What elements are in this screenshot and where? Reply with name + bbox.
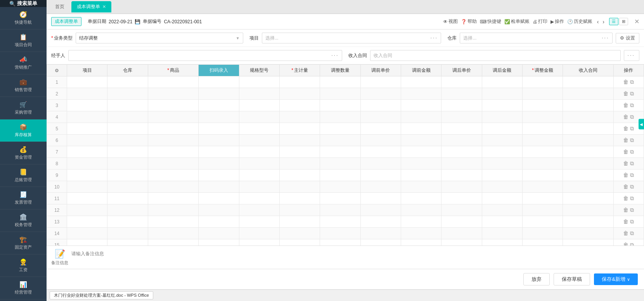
data-cell[interactable]: [239, 111, 279, 123]
data-cell[interactable]: [441, 170, 482, 181]
data-cell[interactable]: [441, 181, 482, 193]
taskbar-wps-item[interactable]: 木门行业好业财处理方案-墓红红.doc - WPS Office: [50, 291, 153, 299]
delete-icon[interactable]: 🗑: [623, 230, 628, 237]
data-cell[interactable]: [67, 123, 107, 135]
data-cell[interactable]: [320, 181, 360, 193]
data-cell[interactable]: [148, 100, 198, 111]
sidebar-item-ops-mgmt[interactable]: 📊 经营管理: [0, 277, 47, 299]
data-cell[interactable]: [148, 111, 198, 123]
tab-cost-adjust[interactable]: 成本调整单 ✕: [71, 1, 111, 12]
data-cell[interactable]: [199, 123, 239, 135]
data-cell[interactable]: [279, 216, 320, 228]
data-cell[interactable]: [441, 123, 482, 135]
data-cell[interactable]: [522, 123, 563, 135]
data-cell[interactable]: [360, 204, 401, 216]
data-cell[interactable]: [482, 228, 522, 239]
data-cell[interactable]: [563, 181, 613, 193]
data-cell[interactable]: [441, 228, 482, 239]
notes-input[interactable]: [71, 249, 639, 265]
delete-icon[interactable]: 🗑: [623, 125, 628, 132]
data-cell[interactable]: [199, 76, 239, 88]
data-cell[interactable]: [148, 204, 198, 216]
data-cell[interactable]: [360, 193, 401, 204]
data-cell[interactable]: [148, 193, 198, 204]
data-cell[interactable]: [239, 193, 279, 204]
data-cell[interactable]: [522, 228, 563, 239]
data-cell[interactable]: [67, 216, 107, 228]
data-cell[interactable]: [401, 100, 441, 111]
action-shortcuts[interactable]: ⌨ 快捷键: [480, 18, 501, 25]
data-cell[interactable]: [563, 158, 613, 170]
data-cell[interactable]: [279, 239, 320, 246]
data-cell[interactable]: [482, 88, 522, 100]
data-cell[interactable]: [522, 88, 563, 100]
data-cell[interactable]: [239, 100, 279, 111]
data-cell[interactable]: [320, 158, 360, 170]
data-cell[interactable]: [107, 170, 148, 181]
data-cell[interactable]: [563, 88, 613, 100]
delete-icon[interactable]: 🗑: [623, 242, 628, 246]
data-cell[interactable]: [482, 239, 522, 246]
data-cell[interactable]: [360, 158, 401, 170]
data-cell[interactable]: [401, 158, 441, 170]
data-cell[interactable]: [67, 76, 107, 88]
delete-icon[interactable]: 🗑: [623, 218, 628, 225]
sidebar-item-payroll[interactable]: 👷 工资: [0, 254, 47, 277]
data-cell[interactable]: [239, 123, 279, 135]
notes-icon[interactable]: 📝 备注信息: [51, 249, 68, 266]
data-cell[interactable]: [320, 204, 360, 216]
data-cell[interactable]: [279, 100, 320, 111]
data-cell[interactable]: [279, 170, 320, 181]
data-cell[interactable]: [360, 181, 401, 193]
save-icon[interactable]: 💾: [135, 19, 140, 24]
data-cell[interactable]: [148, 88, 198, 100]
data-cell[interactable]: [482, 100, 522, 111]
data-cell[interactable]: [482, 204, 522, 216]
data-cell[interactable]: [482, 146, 522, 158]
sidebar-item-sales-promo[interactable]: 📣 营销推广: [0, 52, 47, 74]
data-cell[interactable]: [563, 239, 613, 246]
data-cell[interactable]: [441, 204, 482, 216]
data-cell[interactable]: [401, 88, 441, 100]
data-cell[interactable]: [441, 158, 482, 170]
data-cell[interactable]: [320, 216, 360, 228]
view-grid-btn[interactable]: ⊞: [619, 18, 628, 25]
data-cell[interactable]: [239, 88, 279, 100]
data-cell[interactable]: [67, 204, 107, 216]
data-cell[interactable]: [522, 100, 563, 111]
col-scan-input[interactable]: 扫码录入: [199, 65, 239, 76]
data-cell[interactable]: [199, 228, 239, 239]
data-cell[interactable]: [199, 239, 239, 246]
copy-icon[interactable]: ⧉: [630, 102, 634, 109]
data-cell[interactable]: [148, 228, 198, 239]
data-cell[interactable]: [482, 135, 522, 146]
delete-icon[interactable]: 🗑: [623, 137, 628, 144]
action-view[interactable]: 👁 视图: [443, 18, 458, 25]
data-cell[interactable]: [482, 193, 522, 204]
sidebar-item-basic-info[interactable]: 🗂️ 基础信息: [0, 299, 47, 301]
data-cell[interactable]: [522, 204, 563, 216]
data-cell[interactable]: [320, 239, 360, 246]
save-draft-button[interactable]: 保存草稿: [554, 273, 590, 285]
sidebar-item-purchase-mgmt[interactable]: 🛒 采购管理: [0, 97, 47, 119]
data-cell[interactable]: [239, 76, 279, 88]
data-cell[interactable]: [360, 76, 401, 88]
action-history[interactable]: 🕐 历史赋账: [567, 18, 592, 25]
data-cell[interactable]: [360, 123, 401, 135]
data-cell[interactable]: [563, 76, 613, 88]
delete-icon[interactable]: 🗑: [623, 149, 628, 155]
data-cell[interactable]: [107, 181, 148, 193]
data-cell[interactable]: [522, 146, 563, 158]
delete-icon[interactable]: 🗑: [623, 183, 628, 190]
data-cell[interactable]: [401, 146, 441, 158]
data-cell[interactable]: [482, 170, 522, 181]
data-cell[interactable]: [360, 216, 401, 228]
data-cell[interactable]: [67, 170, 107, 181]
delete-icon[interactable]: 🗑: [623, 79, 628, 85]
data-cell[interactable]: [401, 228, 441, 239]
data-cell[interactable]: [199, 193, 239, 204]
action-print[interactable]: 🖨 打印: [533, 18, 547, 25]
data-cell[interactable]: [199, 111, 239, 123]
data-cell[interactable]: [199, 146, 239, 158]
data-cell[interactable]: [107, 204, 148, 216]
